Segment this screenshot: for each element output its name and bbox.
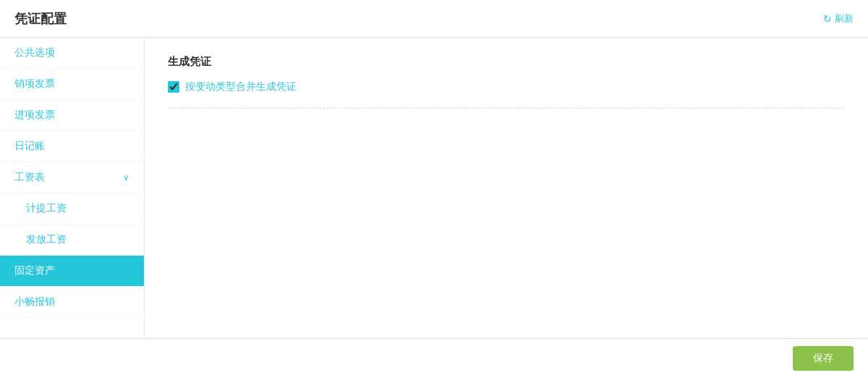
content-area: 生成凭证 按变动类型合并生成凭证 xyxy=(145,38,868,338)
section-divider xyxy=(168,108,845,109)
save-button[interactable]: 保存 xyxy=(793,346,854,371)
page-footer: 保存 xyxy=(0,338,868,378)
main-container: 公共选项销项发票进项发票日记账工资表∨计提工资发放工资固定资产小畅报销 生成凭证… xyxy=(0,38,868,338)
section-title: 生成凭证 xyxy=(168,55,845,69)
sidebar-item-label: 公共选项 xyxy=(14,46,55,59)
sidebar: 公共选项销项发票进项发票日记账工资表∨计提工资发放工资固定资产小畅报销 xyxy=(0,38,145,338)
sidebar-item-label: 发放工资 xyxy=(26,233,67,246)
checkbox-row: 按变动类型合并生成凭证 xyxy=(168,80,845,93)
page-title: 凭证配置 xyxy=(14,10,67,28)
merge-by-type-label[interactable]: 按变动类型合并生成凭证 xyxy=(185,80,297,93)
sidebar-item-accrued-salary[interactable]: 计提工资 xyxy=(0,193,144,224)
sidebar-item-public[interactable]: 公共选项 xyxy=(0,38,144,69)
sidebar-item-fixed-assets[interactable]: 固定资产 xyxy=(0,256,144,287)
sidebar-item-payroll[interactable]: 工资表∨ xyxy=(0,162,144,193)
page-header: 凭证配置 ↻ 刷新 xyxy=(0,0,868,38)
sidebar-item-label: 日记账 xyxy=(14,140,45,153)
sidebar-item-purchase-invoice[interactable]: 进项发票 xyxy=(0,100,144,131)
sidebar-item-label: 进项发票 xyxy=(14,109,55,122)
sidebar-item-expense[interactable]: 小畅报销 xyxy=(0,287,144,318)
sidebar-item-pay-salary[interactable]: 发放工资 xyxy=(0,224,144,256)
sidebar-item-label: 销项发票 xyxy=(14,77,55,91)
sidebar-item-label: 固定资产 xyxy=(14,264,55,277)
sidebar-item-label: 工资表 xyxy=(14,171,45,184)
sidebar-item-label: 小畅报销 xyxy=(14,295,55,308)
sidebar-item-sales-invoice[interactable]: 销项发票 xyxy=(0,69,144,100)
merge-by-type-checkbox[interactable] xyxy=(168,81,179,93)
sidebar-item-label: 计提工资 xyxy=(26,202,67,215)
refresh-icon: ↻ xyxy=(823,13,832,25)
refresh-button[interactable]: ↻ 刷新 xyxy=(823,12,854,25)
chevron-down-icon: ∨ xyxy=(123,172,129,182)
sidebar-item-journal[interactable]: 日记账 xyxy=(0,131,144,162)
refresh-label: 刷新 xyxy=(835,12,854,25)
